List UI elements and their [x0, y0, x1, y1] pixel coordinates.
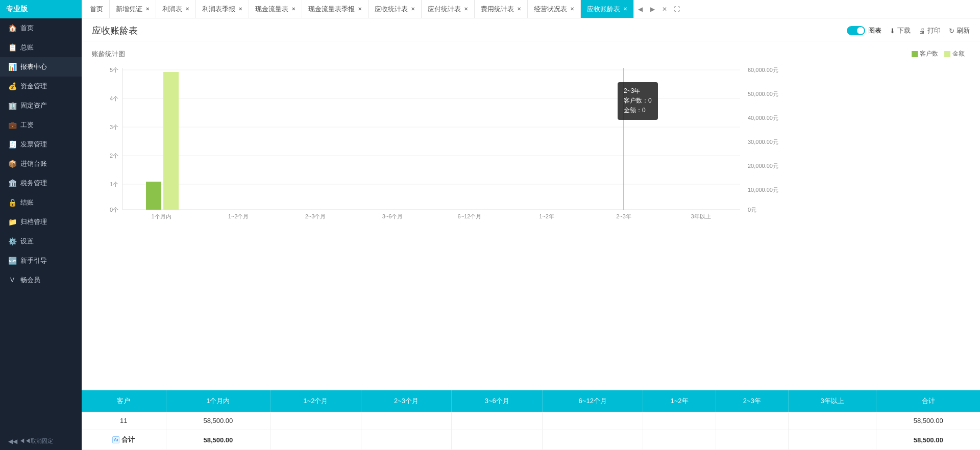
tab-home[interactable]: 首页	[84, 0, 110, 18]
tab-maximize-btn[interactable]: ⛶	[671, 3, 683, 15]
sidebar-label-home: 首页	[20, 23, 34, 33]
svg-text:20,000.00元: 20,000.00元	[748, 163, 778, 169]
total-2-3y	[716, 430, 788, 450]
tab-business-stat-close[interactable]: ✕	[570, 6, 574, 12]
sidebar-item-home[interactable]: 🏠 首页	[0, 18, 82, 38]
cell-1-2m	[271, 412, 361, 430]
download-icon: ⬇	[890, 27, 895, 35]
tab-cashflow-close[interactable]: ✕	[291, 6, 296, 12]
tab-payable-stat[interactable]: 应付统计表 ✕	[422, 0, 475, 18]
svg-text:5个: 5个	[110, 67, 118, 73]
svg-text:6~12个月: 6~12个月	[458, 213, 482, 219]
home-icon: 🏠	[8, 24, 16, 32]
refresh-icon: ↻	[949, 27, 954, 35]
tab-cashflow-quarter[interactable]: 现金流量表季报 ✕	[302, 0, 369, 18]
sidebar-label-salary: 工资	[20, 120, 34, 130]
refresh-btn[interactable]: ↻ 刷新	[949, 26, 970, 35]
total-total: 58,500.00	[876, 430, 980, 450]
sidebar-item-ledger[interactable]: 📋 总账	[0, 38, 82, 57]
svg-text:3年以上: 3年以上	[691, 213, 710, 219]
collapse-label: ◀◀取消固定	[19, 437, 53, 445]
page-title: 应收账龄表	[92, 24, 138, 37]
tooltip-count: 客户数：0	[624, 96, 652, 106]
sidebar-item-settings[interactable]: ⚙️ 设置	[0, 232, 82, 251]
tab-receivable-stat-close[interactable]: ✕	[411, 6, 415, 12]
sidebar-label-funds: 资金管理	[20, 82, 47, 91]
sidebar-item-archive[interactable]: 📁 归档管理	[0, 212, 82, 232]
tab-receivable-aging-label: 应收账龄表	[587, 5, 620, 14]
col-1-2m: 1~2个月	[271, 390, 361, 412]
cell-total: 58,500.00	[876, 412, 980, 430]
total-3-6m	[452, 430, 543, 450]
sidebar-item-assets[interactable]: 🏢 固定资产	[0, 96, 82, 115]
sidebar-label-guide: 新手引导	[20, 256, 47, 265]
tooltip-period: 2~3年	[624, 86, 652, 96]
total-1m: 58,500.00	[166, 430, 270, 450]
sidebar-item-reports[interactable]: 📊 报表中心	[0, 57, 82, 77]
chart-tooltip: 2~3年 客户数：0 金额：0	[618, 82, 658, 120]
table-header-row: 客户 1个月内 1~2个月 2~3个月 3~6个月 6~12个月 1~2年 2~…	[82, 390, 980, 412]
svg-text:10,000.00元: 10,000.00元	[748, 187, 778, 193]
sidebar-item-purchase[interactable]: 📦 进销台账	[0, 154, 82, 173]
tab-profit-quarter[interactable]: 利润表季报 ✕	[196, 0, 249, 18]
print-label: 打印	[927, 26, 941, 35]
svg-text:1~2年: 1~2年	[539, 213, 554, 219]
tab-profit-close[interactable]: ✕	[185, 6, 189, 12]
tab-voucher[interactable]: 新增凭证 ✕	[110, 0, 156, 18]
chart-toggle-label: 图表	[868, 26, 881, 35]
sidebar-item-member[interactable]: V 畅会员	[0, 270, 82, 290]
svg-text:1个: 1个	[110, 181, 118, 187]
sidebar-item-close[interactable]: 🔒 结账	[0, 193, 82, 212]
cell-3-6m	[452, 412, 543, 430]
col-3-6m: 3~6个月	[452, 390, 543, 412]
chart-toggle[interactable]: 图表	[847, 26, 881, 35]
tab-receivable-aging-close[interactable]: ✕	[623, 6, 627, 12]
tab-profit[interactable]: 利润表 ✕	[156, 0, 196, 18]
tab-receivable-stat[interactable]: 应收统计表 ✕	[369, 0, 422, 18]
sidebar-item-guide[interactable]: 🆕 新手引导	[0, 251, 82, 270]
tooltip-amount: 金额：0	[624, 106, 652, 115]
toggle-track[interactable]	[847, 26, 865, 35]
tab-profit-label: 利润表	[162, 5, 182, 14]
tab-next-btn[interactable]: ▶	[646, 3, 658, 15]
svg-text:60,000.00元: 60,000.00元	[748, 67, 778, 73]
tab-expense-stat[interactable]: 费用统计表 ✕	[475, 0, 528, 18]
sidebar-collapse-btn[interactable]: ◀◀ ◀◀取消固定	[0, 432, 82, 450]
legend-amount: 金额	[944, 49, 965, 58]
total-row: Ai 合计 58,500.00 58,500.00	[82, 430, 980, 450]
tab-cashflow-quarter-close[interactable]: ✕	[358, 6, 362, 12]
table-area: 客户 1个月内 1~2个月 2~3个月 3~6个月 6~12个月 1~2年 2~…	[82, 390, 980, 450]
legend-amount-label: 金额	[952, 49, 965, 58]
funds-icon: 💰	[8, 82, 16, 90]
tab-payable-stat-label: 应付统计表	[428, 5, 461, 14]
tab-payable-stat-close[interactable]: ✕	[464, 6, 468, 12]
tab-expense-stat-close[interactable]: ✕	[517, 6, 521, 12]
legend-customer-label: 客户数	[920, 49, 938, 58]
col-6-12m: 6~12个月	[543, 390, 643, 412]
svg-text:4个: 4个	[110, 95, 118, 102]
page-header: 应收账龄表 图表 ⬇ 下载 🖨 打印 ↻ 刷新	[82, 18, 980, 41]
svg-text:2~3个月: 2~3个月	[305, 213, 326, 219]
tab-cashflow[interactable]: 现金流量表 ✕	[249, 0, 302, 18]
total-3y-plus	[788, 430, 876, 450]
sidebar-item-tax[interactable]: 🏛️ 税务管理	[0, 173, 82, 193]
sidebar-label-ledger: 总账	[20, 43, 34, 52]
sidebar-item-invoice[interactable]: 🧾 发票管理	[0, 135, 82, 154]
sidebar-label-archive: 归档管理	[20, 217, 47, 227]
tab-business-stat[interactable]: 经营状况表 ✕	[528, 0, 581, 18]
tab-cashflow-quarter-label: 现金流量表季报	[308, 5, 355, 14]
download-btn[interactable]: ⬇ 下载	[890, 26, 911, 35]
tab-prev-btn[interactable]: ◀	[634, 3, 646, 15]
tab-cashflow-label: 现金流量表	[255, 5, 288, 14]
table-row: 11 58,500.00 58,500.00	[82, 412, 980, 430]
sidebar-item-funds[interactable]: 💰 资金管理	[0, 77, 82, 96]
tab-voucher-close[interactable]: ✕	[145, 6, 150, 12]
tab-close-all-btn[interactable]: ✕	[658, 3, 671, 15]
tab-home-label: 首页	[90, 5, 103, 14]
aging-table: 客户 1个月内 1~2个月 2~3个月 3~6个月 6~12个月 1~2年 2~…	[82, 390, 980, 450]
sidebar-item-salary[interactable]: 💼 工资	[0, 115, 82, 135]
total-label-text: 合计	[121, 435, 135, 444]
tab-profit-quarter-close[interactable]: ✕	[238, 6, 242, 12]
tab-receivable-aging[interactable]: 应收账龄表 ✕	[581, 0, 634, 18]
print-btn[interactable]: 🖨 打印	[919, 26, 941, 35]
